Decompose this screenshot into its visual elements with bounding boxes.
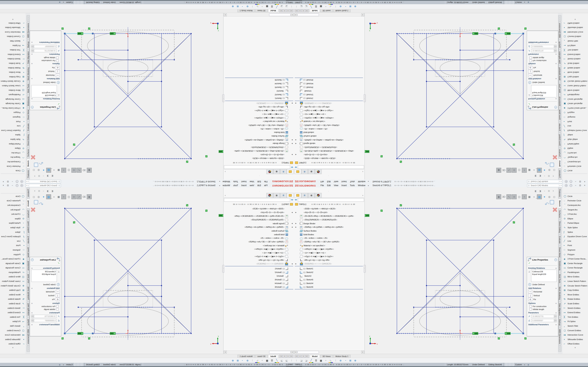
parameter-row[interactable]: ∠ 0.00000000° ▴▾: [527, 318, 558, 323]
view-tool-icon[interactable]: ◉: [496, 168, 501, 173]
commandmanager-tab[interactable]: Weldments: [26, 259, 30, 272]
sketch-tool-item[interactable]: ╳ Trim Entities: [562, 48, 588, 52]
commandmanager-tab[interactable]: · ·: [558, 346, 562, 352]
sketch-tool-item[interactable]: ◫ Mirror Entities: [0, 88, 26, 93]
sketch-tool-item[interactable]: ↝ Fit Spline: [0, 319, 26, 324]
commandmanager-tab[interactable]: Markup: [26, 40, 30, 50]
tree-expand-chevron[interactable]: ›: [363, 194, 363, 197]
commandmanager-tab[interactable]: Sheet Metal: [26, 246, 30, 259]
doc-window-button[interactable]: ◨: [538, 190, 542, 192]
parameter-field[interactable]: 0.00000000°: [34, 319, 57, 322]
tree-sketch-item[interactable]: (-) Sketch4: [300, 82, 363, 86]
view-tool-icon[interactable]: ●: [542, 194, 547, 199]
parameter-field[interactable]: 10.88152731: [531, 315, 554, 318]
menu-item[interactable]: Edit: [326, 184, 332, 187]
sketch-tool-item[interactable]: ↗ Scale Entities: [562, 301, 588, 306]
doc-window-button[interactable]: ◨: [46, 175, 50, 177]
parameter-field[interactable]: 0.00000000°: [531, 319, 554, 322]
options-header[interactable]: Options ∧: [527, 301, 558, 305]
add-relation-option[interactable]: ❘ Vertical: [30, 70, 61, 73]
rollback-bar[interactable]: [225, 78, 293, 78]
sketch-tool-item[interactable]: ◗ Silhouette Entities: [0, 25, 26, 30]
cancel-sketch-icon[interactable]: [552, 155, 558, 160]
expand-arrow-icon[interactable]: ▶: [295, 102, 297, 104]
minimize-button[interactable]: −: [10, 180, 15, 183]
tree-item[interactable]: ○25∙∩∗ℓАm○∘○mАℓ∗∩∙25○: [300, 127, 363, 131]
bottom-toolbar-icon[interactable]: ☰: [270, 359, 274, 363]
spinner[interactable]: ▴▾: [554, 45, 557, 48]
collapse-icon[interactable]: ∨: [555, 42, 557, 43]
bottom-toolbar-icon[interactable]: ⊚: [245, 359, 250, 363]
sketch-tool-item[interactable]: ◠ Tangent Arc: [0, 155, 26, 160]
tree-item[interactable]: ○25ℓ◎25ИN3Е25○∘○253ЕИN25◎ℓ25○: [225, 145, 288, 149]
collapse-icon[interactable]: ∧: [555, 302, 557, 304]
relation-entry[interactable]: Collinear108: [532, 270, 556, 273]
tree-item[interactable]: ▶ Design Binder: [225, 142, 288, 145]
view-tool-icon[interactable]: ◫: [517, 168, 521, 173]
tree-horizontal-scrollbar[interactable]: ◂ ▸: [224, 13, 294, 17]
sketch-tool-item[interactable]: ⊢ Stretch Entities: [562, 306, 588, 310]
view-tool-icon[interactable]: ◫: [517, 194, 521, 199]
tab-nav-button[interactable]: ❘◂: [294, 355, 298, 358]
commandmanager-tab[interactable]: Markup: [26, 317, 30, 327]
tab-featuremanager[interactable]: [294, 169, 301, 174]
collapse-icon[interactable]: ∧: [555, 63, 557, 65]
units-selector[interactable]: Custom ▴: [514, 364, 526, 366]
sketch-tool-item[interactable]: ◈ 3 Point Center Recta...: [562, 106, 588, 110]
sketch-tool-item[interactable]: + Move Entities: [562, 70, 588, 75]
dimension-labels[interactable]: 109 109 109: [364, 214, 510, 335]
sketch-tool-item[interactable]: ∫ Spline: [562, 133, 588, 137]
tree-sketch-item[interactable]: (-) Sketch6: [225, 78, 288, 82]
bottom-toolbar-icon[interactable]: ▦: [265, 5, 269, 9]
sketch-tool-item[interactable]: ◠ Tangent Arc: [0, 208, 26, 212]
collapse-icon[interactable]: ∧: [31, 312, 33, 314]
tree-item[interactable]: ○25+3Е25○ИN◎∘+ЭС3ЕИ3Е25○∘○253ЕИ3ЕЭС+∘◎ИN…: [225, 149, 288, 153]
menu-item[interactable]: Edit: [256, 180, 263, 183]
view-tool-icon[interactable]: ◉: [87, 168, 92, 173]
bottom-toolbar-icon[interactable]: ⊞: [348, 5, 353, 9]
relation-entry[interactable]: Equal length109: [532, 92, 556, 94]
menu-item[interactable]: Window: [221, 184, 232, 187]
collapse-icon[interactable]: ∧: [555, 53, 557, 55]
expand-arrow-icon[interactable]: ▶: [291, 263, 293, 265]
tree-sketch-item[interactable]: Sketch3: [300, 274, 363, 278]
dimension-labels[interactable]: 109 109 109: [78, 214, 224, 335]
relation-squares[interactable]: [62, 204, 207, 339]
units-selector[interactable]: Custom ▴: [62, 364, 74, 366]
tree-item[interactable]: ○∙◎+○∗◉[○∘○]◉∗○+◎∙○: [300, 251, 363, 255]
menu-item[interactable]: Tools: [232, 180, 240, 183]
document-tab[interactable]: Model: [268, 9, 278, 12]
sketch-tool-item[interactable]: ∫ Spline: [0, 133, 26, 137]
sketch-tool-item[interactable]: ◔ Partial Ellipse: [562, 221, 588, 225]
sketch-lines[interactable]: [65, 27, 191, 159]
sketch-tool-item[interactable]: ▢ Convert Entities: [562, 328, 588, 333]
relations-list[interactable]: Collinear108Equal length109: [531, 270, 557, 282]
menu-item[interactable]: Edit: [256, 184, 263, 187]
view-tool-icon[interactable]: +: [522, 194, 527, 199]
doc-window-button[interactable]: −: [542, 190, 547, 192]
commandmanager-tab[interactable]: MBD Dimensions: [558, 327, 562, 345]
view-tool-icon[interactable]: ◐ ▾: [532, 168, 536, 173]
tree-sketch-item[interactable]: (-) Sketch2: [300, 93, 363, 97]
tree-item[interactable]: Material < not specified >: [225, 244, 288, 247]
bottom-toolbar-icon[interactable]: ⌇: [289, 359, 294, 363]
relations-list[interactable]: Collinear108Equal length109: [31, 85, 57, 97]
view-tool-icon[interactable]: ◻: [552, 194, 556, 199]
view-tool-icon[interactable]: 3D: [502, 194, 506, 199]
view-tool-icon[interactable]: ●: [41, 168, 46, 173]
heads-up-view-toolbar[interactable]: ◉ 3D ∿ ⊙ ◫ +: [31, 168, 92, 173]
menu-item[interactable]: Window: [356, 180, 367, 183]
sketch-tool-item[interactable]: ▢ Convert Entities: [0, 328, 26, 333]
relation-squares[interactable]: [381, 28, 526, 163]
tab-nav-button[interactable]: ❘◂: [290, 9, 294, 12]
pin-icon[interactable]: ▸: [368, 181, 369, 183]
bottom-toolbar-icon[interactable]: ◔: [343, 359, 347, 363]
view-tool-icon[interactable]: ▩: [537, 168, 542, 173]
parameters-header[interactable]: Parameters ∧: [527, 53, 558, 56]
collapse-icon[interactable]: ∧: [555, 98, 557, 100]
scroll-right-button[interactable]: ▸: [224, 351, 227, 354]
parameter-row[interactable]: ∠ 0.00000000° ▴▾: [30, 44, 61, 49]
confirmation-corner[interactable]: ↶: [29, 155, 43, 167]
sketch-tool-item[interactable]: ◗ Silhouette Entities: [562, 25, 588, 30]
tree-sketch-item[interactable]: (-) Sketch2: [225, 93, 288, 97]
